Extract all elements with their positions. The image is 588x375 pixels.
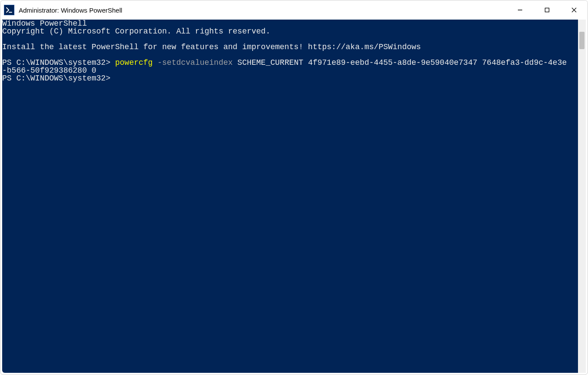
scrollbar-thumb[interactable] (579, 32, 585, 49)
minimize-icon (517, 7, 523, 13)
command-args-wrap: -b566-50f929386280 0 (2, 66, 96, 75)
banner-line-2: Copyright (C) Microsoft Corporation. All… (2, 27, 270, 36)
command-args: SCHEME_CURRENT 4f971e89-eebd-4455-a8de-9… (233, 58, 567, 67)
svg-rect-0 (545, 8, 549, 12)
install-message: Install the latest PowerShell for new fe… (2, 43, 421, 51)
command-flag: -setdcvalueindex (153, 58, 233, 67)
prompt-1: PS C:\WINDOWS\system32> (2, 58, 115, 67)
window-controls (507, 0, 588, 20)
terminal-client-area[interactable]: Windows PowerShell Copyright (C) Microso… (2, 20, 586, 373)
powershell-icon (4, 5, 14, 15)
window-title: Administrator: Windows PowerShell (19, 7, 507, 14)
vertical-scrollbar[interactable] (578, 20, 586, 373)
minimize-button[interactable] (507, 0, 534, 20)
command-executable: powercfg (115, 58, 152, 67)
powershell-window: Administrator: Windows PowerShell Window… (0, 0, 588, 375)
title-bar[interactable]: Administrator: Windows PowerShell (0, 0, 588, 20)
close-icon (571, 7, 577, 13)
maximize-button[interactable] (534, 0, 561, 20)
maximize-icon (544, 7, 550, 13)
prompt-2: PS C:\WINDOWS\system32> (2, 74, 115, 83)
terminal-output[interactable]: Windows PowerShell Copyright (C) Microso… (2, 20, 586, 82)
close-button[interactable] (561, 0, 588, 20)
